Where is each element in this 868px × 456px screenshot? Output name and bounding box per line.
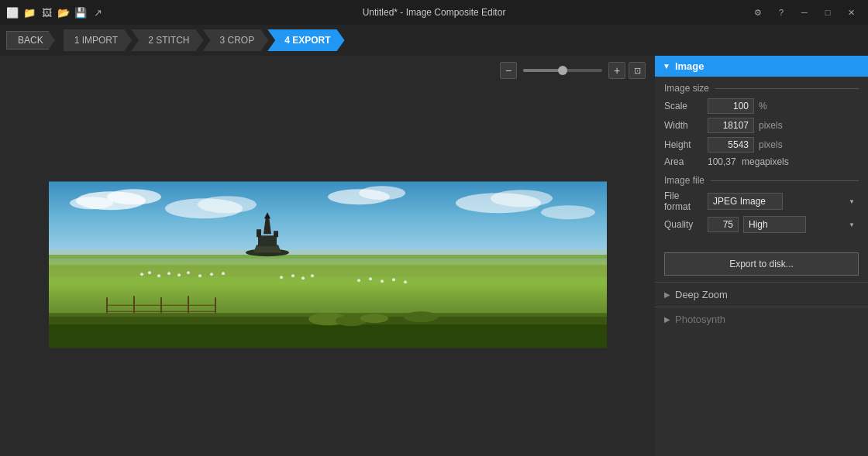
svg-rect-16 [258,235,277,246]
zoom-slider-thumb [558,66,567,75]
step-crop-label: 3 CROP [220,35,255,46]
steps: 1 IMPORT 2 STITCH 3 CROP 4 EXPORT [64,29,345,51]
width-label: Width [664,120,703,131]
svg-point-22 [140,273,143,276]
scale-input[interactable] [708,98,754,114]
step-crop[interactable]: 3 CROP [203,29,269,51]
photosynth-header[interactable]: ▶ Photosynth [655,307,868,331]
image-size-label: Image size [664,83,859,94]
image-section-header[interactable]: ▼ Image [655,56,868,77]
svg-point-29 [210,273,213,276]
titlebar: ⬜ 📁 🖼 📂 💾 ↗ Untitled* - Image Composite … [0,0,868,25]
svg-point-37 [381,279,384,283]
width-row: Width pixels [664,118,859,133]
svg-point-36 [369,277,372,280]
width-unit: pixels [759,120,783,131]
svg-point-32 [291,274,294,277]
save-icon[interactable]: 💾 [74,6,87,19]
quality-preset-select[interactable]: Low Medium High Very High Maximum [743,216,806,233]
svg-point-10 [541,205,595,219]
zoom-slider[interactable] [523,69,602,72]
svg-point-34 [311,274,314,277]
close-button[interactable]: ✕ [840,5,862,20]
svg-point-35 [357,279,360,282]
area-value: 100,37 megapixels [708,156,789,167]
deep-zoom-header[interactable]: ▶ Deep Zoom [655,283,868,307]
svg-point-53 [404,311,438,322]
zoom-in-button[interactable]: + [608,62,625,79]
open-folder-icon[interactable]: 📂 [57,6,70,19]
navbar: BACK 1 IMPORT 2 STITCH 3 CROP 4 EXPORT [0,25,868,56]
maximize-button[interactable]: □ [817,5,839,20]
step-export-label: 4 EXPORT [284,35,330,46]
svg-point-5 [198,196,257,213]
file-format-row: File format JPEG Image PNG Image TIFF Im… [664,190,859,212]
svg-point-30 [222,272,225,275]
back-button[interactable]: BACK [6,31,55,50]
quality-input[interactable] [708,217,739,232]
height-input[interactable] [708,137,754,153]
zoom-out-button[interactable]: − [500,62,517,79]
svg-point-33 [301,276,305,279]
scale-label: Scale [664,101,703,111]
width-input[interactable] [708,118,754,133]
svg-point-31 [280,276,283,279]
svg-point-52 [360,314,388,323]
export-icon[interactable]: ↗ [91,6,104,19]
photosynth-section: ▶ Photosynth [655,307,868,331]
zoom-fit-icon: ⊡ [634,66,641,76]
svg-point-27 [187,271,190,274]
svg-rect-19 [257,229,261,237]
quality-row: Quality Low Medium High Very High Maximu… [664,216,859,233]
zoom-slider-container [520,69,605,72]
svg-point-3 [70,197,113,209]
step-import-label: 1 IMPORT [74,35,118,46]
help-button[interactable]: ? [770,5,792,20]
export-button[interactable]: Export to disk... [664,252,859,276]
svg-point-38 [392,278,395,281]
svg-point-39 [404,280,407,283]
step-stitch-label: 2 STITCH [148,35,189,46]
svg-rect-54 [49,259,607,262]
new-icon[interactable]: ⬜ [6,6,19,19]
area-value-text: 100,37 [708,156,736,167]
svg-point-23 [148,271,151,274]
window-title: Untitled* - Image Composite Editor [363,7,506,18]
zoom-fit-button[interactable]: ⊡ [629,62,646,79]
image-section-title: Image [675,60,704,72]
area-label: Area [664,156,703,167]
height-unit: pixels [759,139,783,150]
scale-row: Scale % [664,98,859,114]
image-collapse-icon: ▼ [663,62,670,70]
file-format-select[interactable]: JPEG Image PNG Image TIFF Image BMP Imag… [708,193,783,210]
main-content: − + ⊡ [0,56,868,456]
photosynth-chevron: ▶ [664,315,670,324]
step-export[interactable]: 4 EXPORT [267,29,344,51]
image-section-content: Image size Scale % Width pixels Height p… [655,77,868,243]
file-format-select-wrapper: JPEG Image PNG Image TIFF Image BMP Imag… [708,193,859,210]
open-project-icon[interactable]: 📁 [23,6,36,19]
settings-button[interactable]: ⚙ [747,5,769,20]
svg-point-28 [198,274,202,277]
window-controls: ⚙ ? ─ □ ✕ [747,5,862,20]
zoom-slider-track [523,69,563,72]
height-label: Height [664,139,703,150]
image-container [49,181,607,348]
minimize-button[interactable]: ─ [794,5,815,20]
svg-rect-49 [49,324,607,348]
file-format-label: File format [664,190,703,212]
scale-unit: % [759,101,767,111]
step-stitch[interactable]: 2 STITCH [131,29,203,51]
zoom-toolbar: − + ⊡ [500,62,646,79]
deep-zoom-section: ▶ Deep Zoom [655,282,868,307]
svg-point-24 [157,274,160,277]
height-row: Height pixels [664,137,859,153]
right-panel: ▼ Image Image size Scale % Width pixels … [655,56,868,456]
step-import[interactable]: 1 IMPORT [64,29,132,51]
save-image-icon[interactable]: 🖼 [40,6,53,19]
titlebar-icons: ⬜ 📁 🖼 📂 💾 ↗ [6,6,104,19]
svg-rect-21 [49,265,607,276]
svg-point-2 [107,189,161,204]
deep-zoom-chevron: ▶ [664,290,670,299]
area-row: Area 100,37 megapixels [664,156,859,167]
